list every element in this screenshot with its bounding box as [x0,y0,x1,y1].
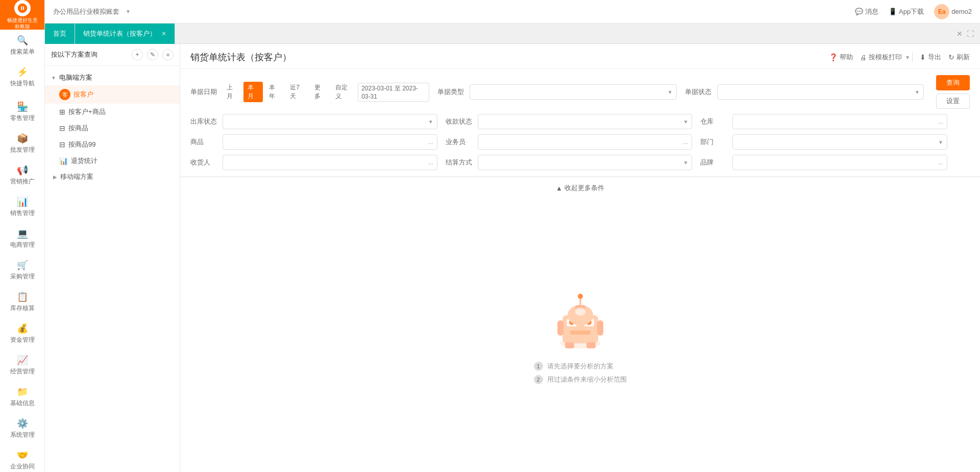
by-customer-goods-label: 按客户+商品 [68,107,106,116]
date-range-display[interactable]: 2023-03-01 至 2023-03-31 [358,83,429,102]
desktop-group-label: 电脑端方案 [59,73,92,82]
help-btn[interactable]: ❓ 帮助 [829,53,853,62]
tab-home-label: 首页 [53,29,66,38]
settlement-select[interactable] [478,155,693,170]
sidebar-item-ecommerce[interactable]: 💻 电商管理 [0,223,44,254]
sidebar-item-operations[interactable]: 📈 经营管理 [0,349,44,381]
tip-num-1: 1 [534,362,543,371]
message-btn[interactable]: 💬 消息 [855,7,878,16]
sidebar-item-retail[interactable]: 🏪 零售管理 [0,96,44,128]
page-title-actions: ❓ 帮助 🖨 按模板打印 ▼ ⬇ 导出 ↻ 刷新 [829,53,970,62]
sidebar-item-inventory[interactable]: 📋 库存核算 [0,286,44,318]
mobile-group-label: 移动端方案 [60,172,93,181]
sidebar-item-marketing[interactable]: 📢 营销推广 [0,159,44,191]
date-tab-custom[interactable]: 自定义 [331,82,356,102]
scheme-by-goods-99[interactable]: ⊟ 按商品99 [45,136,180,153]
consignee-input[interactable] [223,155,437,170]
sidebar-item-search-menu[interactable]: 🔍 搜索菜单 [0,30,44,61]
app-download-btn[interactable]: 📱 App下载 [889,7,924,16]
right-panel: 销货单统计表（按客户） ❓ 帮助 🖨 按模板打印 ▼ ⬇ 导出 [180,44,980,472]
sidebar-item-quick-nav[interactable]: ⚡ 快捷导航 [0,61,44,93]
date-tab-7days[interactable]: 近7天 [286,82,308,102]
app-subtitle: 标账版 [15,23,30,30]
window-controls: ✕ ⛶ [957,30,980,38]
operations-icon: 📈 [17,355,28,366]
brand-label: 品牌 [700,158,728,167]
breadcrumb: 办公用品行业模拟账套 [53,7,119,16]
export-btn[interactable]: ⬇ 导出 [920,53,941,62]
tab-home[interactable]: 首页 [45,23,75,44]
salesperson-dots[interactable]: ... [683,138,688,146]
scheme-by-customer[interactable]: 客 按客户 [45,85,180,104]
filter-row-4: 收货人 ... 结算方式 ▼ 品牌 [190,155,970,170]
date-tab-this-year[interactable]: 本年 [265,82,284,102]
sidebar-item-sales[interactable]: 📊 销售管理 [0,191,44,223]
department-select[interactable] [732,134,947,150]
query-button[interactable]: 查询 [936,75,970,90]
edit-scheme-btn[interactable]: ✎ [147,49,158,60]
window-close-icon[interactable]: ✕ [957,30,963,38]
add-scheme-btn[interactable]: + [132,49,143,60]
user-profile[interactable]: Ea demo2 [934,4,972,19]
salesperson-input[interactable] [478,134,693,150]
brand-input[interactable] [732,155,947,170]
inventory-icon: 📋 [17,291,28,302]
window-maximize-icon[interactable]: ⛶ [967,30,974,38]
return-stats-icon: 📊 [59,157,68,165]
collapse-panel-btn[interactable]: « [162,49,174,60]
sidebar-item-label: 搜索菜单 [10,48,35,56]
warehouse-input-wrap: ... [732,114,947,129]
settings-button[interactable]: 设置 [936,93,970,109]
payment-status-label: 收款状态 [446,117,474,126]
brand-dots[interactable]: ... [938,159,943,166]
order-type-field: 单据类型 ▼ [437,84,676,100]
edit-icon: ✎ [150,51,155,58]
order-type-select[interactable] [470,84,676,100]
payment-status-select[interactable] [478,114,693,129]
by-goods-99-label: 按商品99 [68,140,95,149]
order-status-select[interactable] [717,84,924,100]
warehouse-label: 仓库 [700,117,728,126]
print-btn[interactable]: 🖨 按模板打印 ▼ [860,53,913,62]
sidebar-item-label: 销售管理 [10,209,35,218]
consignee-dots[interactable]: ... [428,159,433,166]
sidebar-item-basic-info[interactable]: 📁 基础信息 [0,381,44,413]
outbound-status-select[interactable] [223,114,437,129]
sidebar-item-purchase[interactable]: 🛒 采购管理 [0,254,44,286]
refresh-btn[interactable]: ↻ 刷新 [948,53,970,62]
payment-status-field: 收款状态 ▼ [446,114,693,129]
scheme-by-customer-goods[interactable]: ⊞ 按客户+商品 [45,104,180,120]
help-label: 帮助 [840,53,853,62]
mobile-scheme-group[interactable]: ▶ 移动端方案 [45,169,180,184]
goods-input[interactable] [223,134,437,150]
date-tab-this-month[interactable]: 本月 [243,82,262,102]
marketing-icon: 📢 [17,164,28,176]
print-dropdown-arrow[interactable]: ▼ [905,55,910,60]
svg-rect-8 [597,320,603,336]
warehouse-dots[interactable]: ... [938,118,943,125]
scheme-return-stats[interactable]: 📊 退货统计 [45,153,180,169]
sidebar-item-finance[interactable]: 💰 资金管理 [0,318,44,349]
tab-sales-stats[interactable]: 销货单统计表（按客户） ✕ [75,23,175,44]
outbound-status-label: 出库状态 [190,117,218,126]
date-tab-last-month[interactable]: 上月 [223,82,241,102]
salesperson-label: 业务员 [446,137,474,147]
sidebar-item-label: 经营管理 [10,367,35,376]
tab-close-btn[interactable]: ✕ [161,30,166,37]
empty-state: 1 请先选择要分析的方案 2 用过滤条件来缩小分析范围 [180,199,980,472]
scheme-by-goods[interactable]: ⊟ 按商品 [45,120,180,136]
sidebar-item-enterprise-collab[interactable]: 🤝 企业协同 [0,444,44,472]
sidebar-item-wholesale[interactable]: 📦 批发管理 [0,128,44,159]
goods-dots[interactable]: ... [428,138,433,146]
desktop-scheme-group[interactable]: ▼ 电脑端方案 [45,70,180,85]
user-name: demo2 [951,8,972,15]
date-tab-more[interactable]: 更多 [310,82,329,102]
sidebar-item-system[interactable]: ⚙️ 系统管理 [0,413,44,444]
salesperson-input-wrap: ... [478,134,693,150]
by-goods-icon: ⊟ [59,124,65,132]
app-download-label: App下载 [899,7,924,16]
add-icon: + [135,51,139,58]
warehouse-input[interactable] [732,114,947,129]
collapse-more-btn[interactable]: ▲ 收起更多条件 [550,181,610,195]
industry-dropdown-arrow[interactable]: ▼ [126,9,131,14]
